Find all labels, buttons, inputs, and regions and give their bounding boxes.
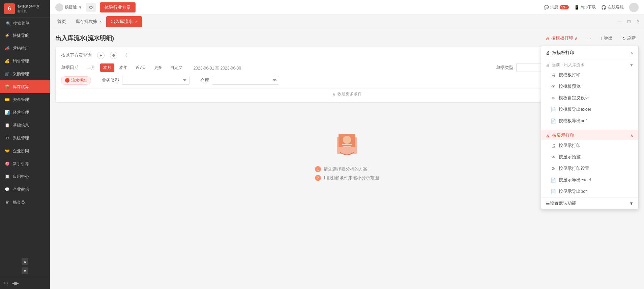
dropdown-footer[interactable]: ☰ 设置默认功能 ▼	[541, 197, 638, 209]
set-default-label: 设置默认功能	[550, 200, 576, 206]
tab-home-label: 首页	[57, 19, 66, 25]
warehouse-select[interactable]	[212, 76, 279, 85]
flow-tag[interactable]: 🔴 流水明细	[61, 76, 91, 85]
sales-icon: 💰	[4, 58, 10, 64]
sidebar-item-label: 销售管理	[13, 58, 29, 64]
date-btn-last-month[interactable]: 上月	[84, 63, 98, 72]
sidebar-item-purchase[interactable]: 🛒 采购管理	[0, 68, 50, 80]
topbar-user-avatar[interactable]	[629, 3, 639, 12]
user-avatar	[55, 3, 63, 11]
tab-restore-icon[interactable]: ⊡	[626, 18, 632, 25]
sidebar-item-system[interactable]: ⚙ 系统管理	[0, 132, 50, 144]
date-btn-7-days[interactable]: 近7天	[133, 63, 149, 72]
system-icon: ⚙	[4, 135, 10, 141]
dropdown-item-template-customize[interactable]: ✏ 模板自定义设计	[541, 92, 638, 104]
date-btn-more[interactable]: 更多	[151, 63, 165, 72]
refresh-icon: ↻	[622, 36, 626, 41]
display-section-label-text: 按显示打印	[552, 132, 574, 138]
dropdown-item-template-pdf[interactable]: 📄 按模板导出pdf	[541, 115, 638, 127]
operation-icon: 📊	[4, 109, 10, 115]
current-template-section[interactable]: 🖨 当前：出入库流水 ▼	[541, 59, 638, 69]
sidebar-item-enterprise[interactable]: 🤝 企业协同	[0, 144, 50, 157]
dropdown-item-template-excel[interactable]: 📄 按模板导出excel	[541, 104, 638, 115]
refresh-btn[interactable]: ↻ 刷新	[619, 34, 639, 43]
sidebar-item-marketing[interactable]: 📣 营销推广	[0, 42, 50, 55]
set-default-icon: ☰	[546, 201, 550, 206]
collapse-icon: ∧	[332, 92, 335, 97]
dropdown-item-display-preview[interactable]: 👁 按显示预览	[541, 151, 638, 163]
collapse-sidebar-icon[interactable]: ◀▶	[12, 281, 19, 286]
topbar-gear-btn[interactable]: ⚙	[86, 3, 96, 12]
dropdown-item-display-print[interactable]: 🖨 按显示打印	[541, 140, 638, 151]
filter-add-btn[interactable]: +	[97, 52, 105, 59]
filter-settings-btn[interactable]: ⚙	[110, 52, 117, 59]
sidebar-nav: ⚡ 快捷导航 📣 营销推广 💰 销售管理 🛒 采购管理 📦 库存核算 💳	[0, 29, 50, 255]
filter-collapse-btn[interactable]: 《	[123, 52, 127, 58]
dropdown-item-display-print-settings[interactable]: ⚙ 按显示打印设置	[541, 163, 638, 174]
sidebar-item-shortcut[interactable]: ⚡ 快捷导航	[0, 29, 50, 42]
sidebar-scroll-down[interactable]: ▼	[22, 267, 28, 274]
sidebar-search[interactable]: 🔍 搜索菜单	[0, 18, 50, 29]
search-label: 搜索菜单	[13, 21, 29, 26]
tab-inventory-batch[interactable]: 库存批次账 ×	[71, 16, 106, 27]
sidebar-item-sales[interactable]: 💰 销售管理	[0, 55, 50, 68]
sidebar-item-appstore[interactable]: 🔲 应用中心	[0, 170, 50, 183]
display-preview-icon: 👁	[551, 154, 556, 160]
warehouse-more-btn[interactable]: ···	[273, 78, 277, 83]
date-btn-this-year[interactable]: 本年	[116, 63, 130, 72]
date-btn-this-month[interactable]: 本月	[100, 63, 114, 72]
dropdown-item-display-pdf[interactable]: 📄 按显示导出pdf	[541, 186, 638, 197]
template-print-icon: 🖨	[551, 72, 556, 78]
appstore-icon: 🔲	[4, 174, 10, 180]
dropdown-item-template-preview[interactable]: 👁 按模板预览	[541, 81, 638, 92]
sidebar-item-finance[interactable]: 💳 资金管理	[0, 93, 50, 106]
sidebar-item-guide[interactable]: 🎯 新手引导	[0, 157, 50, 170]
dropdown-close-arrow[interactable]: ∧	[630, 50, 634, 55]
sidebar-scroll-up[interactable]: ▲	[22, 258, 28, 265]
sidebar-item-operation[interactable]: 📊 经营管理	[0, 106, 50, 119]
topbar-user[interactable]: 畅捷通 ▼	[55, 3, 82, 11]
sidebar-item-label: 库存核算	[13, 84, 29, 90]
print-icon: 🖨	[546, 36, 550, 41]
dropdown-item-display-excel[interactable]: 📄 按显示导出excel	[541, 174, 638, 186]
sidebar-scroll-controls: ▲ ▼	[0, 255, 50, 277]
user-dropdown-icon: ▼	[78, 5, 82, 10]
vip-icon: ♛	[4, 199, 10, 205]
marketing-icon: 📣	[4, 45, 10, 51]
tab-flow-close[interactable]: ×	[135, 20, 137, 24]
display-section-arrow: ∧	[630, 133, 634, 138]
sidebar-item-vip[interactable]: ♛ 畅会员	[0, 196, 50, 209]
download-icon: 📱	[574, 5, 579, 10]
sidebar-item-basic[interactable]: 📋 基础信息	[0, 119, 50, 132]
trial-btn[interactable]: 体验行业方案	[100, 2, 136, 12]
date-btn-custom[interactable]: 自定义	[167, 63, 185, 72]
more-options-btn[interactable]: ···	[585, 34, 594, 42]
biz-type-input-wrapper	[122, 76, 189, 85]
tab-minimize-icon[interactable]: —	[616, 18, 623, 25]
sidebar-item-inventory[interactable]: 📦 库存核算	[0, 80, 50, 93]
export-icon: ↑	[601, 36, 603, 41]
display-section-label[interactable]: 🖨 按显示打印 ∧	[541, 130, 638, 140]
tabs-right: — ⊡ ✕	[616, 18, 641, 25]
template-pdf-label: 按模板导出pdf	[559, 118, 587, 124]
app-download-label: App下载	[581, 4, 596, 10]
tab-flow[interactable]: 出入库流水 ×	[106, 16, 142, 27]
online-support-btn[interactable]: 🎧 在线客服	[601, 4, 624, 10]
current-icon: 🖨	[546, 63, 550, 68]
tab-home[interactable]: 首页	[53, 16, 71, 27]
tab-inventory-batch-close[interactable]: ×	[99, 20, 101, 24]
sidebar-item-wecom[interactable]: 💬 企业微信	[0, 183, 50, 196]
page-title: 出入库流水(流水明细)	[55, 34, 114, 42]
dropdown-item-template-print[interactable]: 🖨 按模板打印	[541, 69, 638, 81]
export-btn[interactable]: ↑ 导出	[598, 34, 616, 43]
online-support-label: 在线客服	[608, 4, 624, 10]
display-print-label: 按显示打印	[559, 142, 581, 149]
app-download-btn[interactable]: 📱 App下载	[574, 4, 596, 10]
biz-type-select[interactable]	[122, 76, 189, 85]
tab-close-icon[interactable]: ✕	[635, 18, 641, 25]
settings-bottom-icon[interactable]: ⚙	[4, 281, 8, 286]
messages-btn[interactable]: 💬 消息 99+	[544, 4, 569, 10]
step-num-1: 1	[315, 166, 321, 172]
print-btn[interactable]: 🖨 按模板打印 ∧	[543, 34, 581, 43]
topbar-actions: 💬 消息 99+ 📱 App下载 🎧 在线客服	[544, 3, 639, 12]
